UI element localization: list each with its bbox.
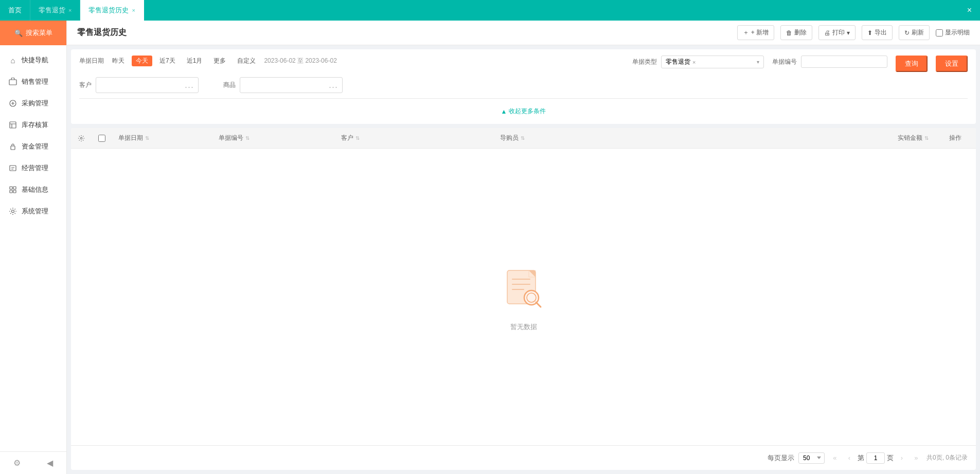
collapse-button[interactable]: ▲ 收起更多条件 bbox=[501, 105, 546, 118]
sidebar-collapse-button[interactable]: ◀ bbox=[43, 454, 57, 472]
bill-type-label: 单据类型 bbox=[632, 58, 657, 66]
sidebar-item-sys-mgmt[interactable]: 系统管理 bbox=[0, 200, 66, 222]
refresh-button[interactable]: ↻ 刷新 bbox=[899, 25, 930, 40]
th-guide-label: 导购员 bbox=[500, 134, 519, 142]
th-bill-date-label: 单据日期 bbox=[118, 134, 143, 142]
delete-button[interactable]: 🗑 删除 bbox=[780, 25, 812, 40]
customer-filter: 客户 ... bbox=[79, 77, 199, 93]
tab-retail-return-close[interactable]: × bbox=[68, 7, 72, 13]
window-close-button[interactable]: × bbox=[967, 6, 980, 15]
date-btn-custom[interactable]: 自定义 bbox=[233, 56, 260, 66]
th-action-label: 操作 bbox=[949, 134, 961, 142]
bill-type-chevron-icon: ▾ bbox=[757, 59, 759, 65]
customer-input-wrapper[interactable]: ... bbox=[96, 77, 199, 93]
th-guide[interactable]: 导购员 ⇅ bbox=[494, 134, 616, 142]
sidebar-settings-button[interactable]: ⚙ bbox=[9, 454, 25, 472]
goods-input-wrapper[interactable]: ... bbox=[240, 77, 343, 93]
bill-date-filter: 单据日期 昨天 今天 近7天 近1月 更多 自定义 2023-06-02 至 2… bbox=[79, 56, 337, 66]
svg-point-10 bbox=[80, 137, 82, 139]
new-icon: ＋ bbox=[743, 28, 749, 37]
show-detail-checkbox[interactable] bbox=[936, 29, 943, 37]
sidebar-item-quick-nav[interactable]: ⌂ 快捷导航 bbox=[0, 49, 66, 71]
search-menu-button[interactable]: 🔍 搜索菜单 bbox=[0, 21, 66, 45]
bill-type-select-wrapper[interactable]: 零售退货 × ▾ bbox=[661, 56, 764, 68]
th-bill-date[interactable]: 单据日期 ⇅ bbox=[112, 134, 212, 142]
sidebar-item-inventory-calc[interactable]: 库存核算 bbox=[0, 114, 66, 136]
sidebar-item-purchase-mgmt[interactable]: 采购管理 bbox=[0, 93, 66, 114]
finance-mgmt-icon bbox=[8, 142, 17, 151]
sidebar-item-basic-info[interactable]: 基础信息 bbox=[0, 179, 66, 200]
date-btn-1month[interactable]: 近1月 bbox=[183, 56, 207, 66]
select-all-checkbox[interactable] bbox=[98, 135, 105, 142]
last-page-button[interactable]: » bbox=[910, 452, 922, 464]
bill-type-tag-close[interactable]: × bbox=[692, 59, 696, 65]
query-label: 查询 bbox=[905, 60, 918, 67]
table-header: 单据日期 ⇅ 单据编号 ⇅ 客户 ⇅ 导购员 ⇅ 实销金额 bbox=[71, 128, 976, 149]
total-info: 共0页, 0条记录 bbox=[926, 453, 968, 462]
th-customer-sort-icon: ⇅ bbox=[355, 135, 360, 141]
empty-state: 暂无数据 bbox=[498, 263, 549, 332]
bill-type-filter: 单据类型 零售退货 × ▾ bbox=[632, 56, 764, 68]
tab-retail-return[interactable]: 零售退货 × bbox=[30, 0, 80, 21]
delete-icon: 🗑 bbox=[786, 29, 792, 37]
tab-retail-return-history-close[interactable]: × bbox=[132, 7, 135, 13]
table-header-checkbox[interactable] bbox=[92, 135, 112, 142]
filter-row-1: 单据日期 昨天 今天 近7天 近1月 更多 自定义 2023-06-02 至 2… bbox=[79, 56, 968, 72]
th-bill-date-sort-icon: ⇅ bbox=[145, 135, 149, 141]
per-page-select[interactable]: 50 10 20 100 bbox=[798, 452, 825, 464]
filter-row-2: 客户 ... 商品 ... bbox=[79, 77, 968, 93]
settings-button[interactable]: 设置 bbox=[936, 56, 968, 72]
sidebar-item-sys-mgmt-label: 系统管理 bbox=[22, 207, 48, 216]
search-icon: 🔍 bbox=[14, 29, 23, 37]
show-detail-label: 显示明细 bbox=[945, 28, 970, 37]
date-btn-7days[interactable]: 近7天 bbox=[155, 56, 180, 66]
sidebar-item-sales-mgmt-label: 销售管理 bbox=[22, 77, 48, 86]
new-button[interactable]: ＋ + 新增 bbox=[737, 25, 774, 40]
date-btn-more[interactable]: 更多 bbox=[209, 56, 230, 66]
query-button[interactable]: 查询 bbox=[896, 56, 928, 72]
page-title: 零售退货历史 bbox=[77, 27, 127, 38]
tab-home[interactable]: 首页 bbox=[0, 0, 30, 21]
th-amount[interactable]: 实销金额 ⇅ bbox=[849, 134, 935, 142]
bill-no-input[interactable] bbox=[801, 56, 887, 68]
show-detail-checkbox-label[interactable]: 显示明细 bbox=[936, 28, 970, 37]
sidebar-item-finance-mgmt-label: 资金管理 bbox=[22, 142, 48, 151]
tab-retail-return-history-label: 零售退货历史 bbox=[88, 6, 129, 15]
pagination: 每页显示 50 10 20 100 « ‹ 第 页 › » 共0页, 0条记录 bbox=[71, 445, 976, 470]
th-action: 操作 bbox=[935, 134, 976, 142]
svg-rect-3 bbox=[11, 146, 15, 150]
export-button[interactable]: ⬆ 导出 bbox=[862, 25, 893, 40]
date-btn-today[interactable]: 今天 bbox=[132, 56, 152, 66]
table-area: 单据日期 ⇅ 单据编号 ⇅ 客户 ⇅ 导购员 ⇅ 实销金额 bbox=[71, 128, 976, 470]
sidebar-item-finance-mgmt[interactable]: 资金管理 bbox=[0, 136, 66, 157]
settings-label: 设置 bbox=[945, 60, 958, 67]
tab-retail-return-history[interactable]: 零售退货历史 × bbox=[80, 0, 144, 21]
sidebar: 🔍 搜索菜单 ⌂ 快捷导航 销售管理 bbox=[0, 21, 67, 474]
purchase-mgmt-icon bbox=[8, 99, 17, 108]
sys-mgmt-icon bbox=[8, 207, 17, 216]
sidebar-item-sales-mgmt[interactable]: 销售管理 bbox=[0, 71, 66, 93]
first-page-button[interactable]: « bbox=[829, 452, 841, 464]
search-menu-label: 搜索菜单 bbox=[26, 28, 52, 38]
print-button[interactable]: 🖨 打印 ▾ bbox=[818, 25, 856, 40]
page-label: 第 bbox=[858, 453, 864, 463]
basic-info-icon bbox=[8, 185, 17, 194]
per-page-label: 每页显示 bbox=[768, 453, 794, 463]
prev-page-button[interactable]: ‹ bbox=[843, 452, 856, 464]
next-page-button[interactable]: › bbox=[896, 452, 908, 464]
goods-label: 商品 bbox=[223, 81, 236, 89]
sidebar-item-ops-mgmt[interactable]: 经营管理 bbox=[0, 157, 66, 179]
page-number-input[interactable] bbox=[866, 452, 885, 464]
th-amount-sort-icon: ⇅ bbox=[924, 135, 929, 141]
th-customer[interactable]: 客户 ⇅ bbox=[335, 134, 494, 142]
th-bill-no-label: 单据编号 bbox=[219, 134, 243, 142]
date-btn-yesterday[interactable]: 昨天 bbox=[108, 56, 129, 66]
sidebar-nav: ⌂ 快捷导航 销售管理 采购管理 bbox=[0, 45, 66, 451]
top-bar: 首页 零售退货 × 零售退货历史 × × bbox=[0, 0, 980, 21]
th-bill-no-sort-icon: ⇅ bbox=[245, 135, 250, 141]
th-bill-no[interactable]: 单据编号 ⇅ bbox=[212, 134, 335, 142]
sales-mgmt-icon bbox=[8, 77, 17, 86]
table-settings-icon[interactable] bbox=[71, 135, 92, 142]
goods-filter: 商品 ... bbox=[223, 77, 343, 93]
table-body: 暂无数据 bbox=[71, 149, 976, 445]
